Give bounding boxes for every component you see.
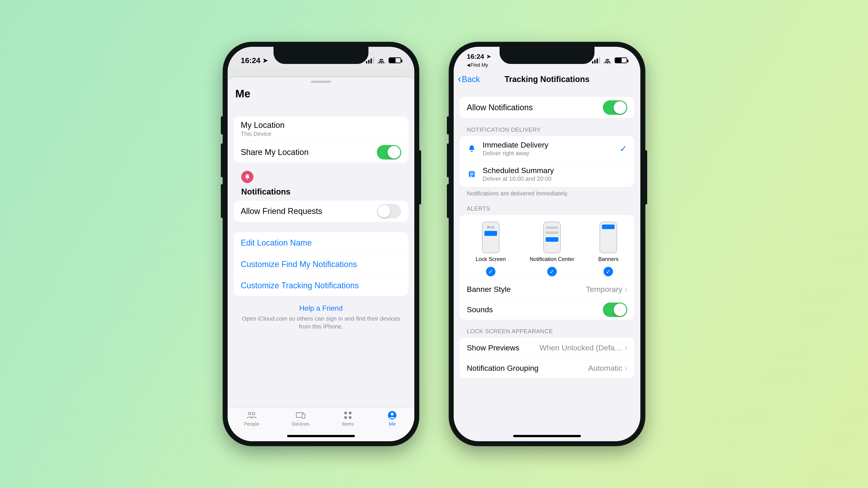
svg-point-7 xyxy=(349,416,352,419)
breadcrumb-back-icon: ◀ xyxy=(467,63,470,68)
alerts-header: ALERTS xyxy=(454,197,640,215)
notch xyxy=(274,47,368,64)
svg-point-4 xyxy=(344,412,347,415)
alert-notification-center[interactable]: Notification Center ✓ xyxy=(530,222,574,276)
show-previews-value: When Unlocked (Defa… xyxy=(539,344,622,352)
immediate-delivery-row[interactable]: Immediate Delivery Deliver right away ✓ xyxy=(460,136,634,161)
customize-tracking-link[interactable]: Customize Tracking Notifications xyxy=(234,275,408,296)
friend-requests-group: Allow Friend Requests xyxy=(234,201,408,222)
customize-findmy-link[interactable]: Customize Find My Notifications xyxy=(234,254,408,275)
notch xyxy=(500,47,594,64)
lockscreen-preview-icon: 09:41 xyxy=(482,222,500,253)
notifications-section-label: Notifications xyxy=(228,183,414,197)
chevron-right-icon: › xyxy=(625,343,627,352)
sounds-toggle[interactable] xyxy=(603,302,627,317)
share-location-label: Share My Location xyxy=(241,148,309,157)
notifications-icon xyxy=(241,171,253,183)
share-location-row: Share My Location xyxy=(234,141,408,163)
immediate-title: Immediate Delivery xyxy=(483,140,548,149)
items-icon xyxy=(342,411,354,420)
tab-devices[interactable]: Devices xyxy=(292,411,309,427)
tab-items[interactable]: Items xyxy=(342,411,354,427)
sounds-row: Sounds xyxy=(460,299,634,320)
allow-friend-requests-row: Allow Friend Requests xyxy=(234,201,408,222)
battery-icon xyxy=(615,57,627,63)
alerts-group: 09:41 Lock Screen ✓ Notification Center … xyxy=(460,215,634,320)
cellular-icon xyxy=(592,57,600,64)
svg-rect-13 xyxy=(470,176,472,177)
my-location-device: This Device xyxy=(241,130,285,137)
chevron-right-icon: › xyxy=(625,285,627,294)
delivery-header: NOTIFICATION DELIVERY xyxy=(454,118,640,136)
cellular-icon xyxy=(366,57,374,64)
breadcrumb-findmy[interactable]: ◀ Find My xyxy=(467,62,488,68)
home-indicator[interactable] xyxy=(287,435,355,437)
help-friend-link[interactable]: Help a Friend xyxy=(299,304,343,312)
footer: Help a Friend Open iCloud.com so others … xyxy=(228,296,414,333)
summary-sub: Deliver at 10:00 and 20:00 xyxy=(483,175,554,182)
check-circle-icon: ✓ xyxy=(547,267,557,276)
devices-icon xyxy=(295,411,307,420)
links-group: Edit Location Name Customize Find My Not… xyxy=(234,232,408,296)
check-circle-icon: ✓ xyxy=(603,267,613,276)
notification-center-preview-icon xyxy=(543,222,561,253)
location-arrow-icon: ➤ xyxy=(263,57,268,64)
summary-icon xyxy=(467,169,477,179)
allow-notifications-toggle[interactable] xyxy=(603,100,627,115)
allow-notifications-label: Allow Notifications xyxy=(467,103,533,112)
phone-findmy: 16:24 ➤ Me My Location This Device xyxy=(223,42,419,446)
summary-title: Scheduled Summary xyxy=(483,166,554,175)
page-title: Tracking Notifications xyxy=(504,74,590,84)
allow-group: Allow Notifications xyxy=(460,97,634,118)
me-sheet: Me My Location This Device Share My Loca… xyxy=(228,77,414,441)
home-indicator[interactable] xyxy=(513,435,581,437)
sheet-grabber[interactable] xyxy=(311,80,331,83)
svg-point-1 xyxy=(252,412,255,415)
immediate-sub: Deliver right away xyxy=(483,150,548,157)
show-previews-label: Show Previews xyxy=(467,344,519,352)
wifi-icon xyxy=(377,57,385,63)
share-location-toggle[interactable] xyxy=(377,145,401,160)
banners-preview-icon xyxy=(599,222,617,253)
svg-point-9 xyxy=(391,413,394,416)
svg-point-5 xyxy=(349,412,352,415)
banner-style-value: Temporary xyxy=(586,285,622,294)
back-button[interactable]: ‹ Back xyxy=(458,74,480,84)
page-title: Me xyxy=(228,83,414,106)
allow-friend-requests-label: Allow Friend Requests xyxy=(241,206,322,216)
tab-me[interactable]: Me xyxy=(386,411,398,427)
phone-settings: 16:24 ➤ ◀ Find My ‹ Back Tracking Notifi… xyxy=(449,42,645,446)
allow-friend-requests-toggle[interactable] xyxy=(377,204,401,219)
show-previews-row[interactable]: Show Previews When Unlocked (Defa… › xyxy=(460,337,634,358)
tab-people[interactable]: People xyxy=(244,411,259,427)
scheduled-summary-row[interactable]: Scheduled Summary Deliver at 10:00 and 2… xyxy=(460,161,634,187)
svg-point-0 xyxy=(248,412,251,415)
sounds-label: Sounds xyxy=(467,305,493,314)
checkmark-icon: ✓ xyxy=(620,143,627,154)
notification-grouping-value: Automatic xyxy=(588,364,622,372)
check-circle-icon: ✓ xyxy=(486,267,495,276)
lock-appearance-header: LOCK SCREEN APPEARANCE xyxy=(454,320,640,337)
help-friend-desc: Open iCloud.com so others can sign in an… xyxy=(241,315,401,330)
location-group: My Location This Device Share My Locatio… xyxy=(234,116,408,163)
notification-grouping-row[interactable]: Notification Grouping Automatic › xyxy=(460,358,634,378)
status-time: 16:24 xyxy=(241,56,260,65)
notification-grouping-label: Notification Grouping xyxy=(467,364,539,372)
delivery-group: Immediate Delivery Deliver right away ✓ … xyxy=(460,136,634,187)
banner-style-row[interactable]: Banner Style Temporary › xyxy=(460,279,634,299)
my-location-row[interactable]: My Location This Device xyxy=(234,116,408,141)
banner-style-label: Banner Style xyxy=(467,285,511,294)
alert-banners[interactable]: Banners ✓ xyxy=(598,222,618,276)
nav-bar: ‹ Back Tracking Notifications xyxy=(454,68,640,90)
allow-notifications-row: Allow Notifications xyxy=(460,97,634,118)
svg-rect-11 xyxy=(470,173,474,173)
edit-location-name-link[interactable]: Edit Location Name xyxy=(234,232,408,254)
battery-icon xyxy=(389,57,401,63)
alert-lockscreen[interactable]: 09:41 Lock Screen ✓ xyxy=(475,222,506,276)
chevron-right-icon: › xyxy=(625,363,627,373)
bell-icon xyxy=(467,144,477,154)
people-icon xyxy=(246,411,257,420)
wifi-icon xyxy=(603,57,612,63)
my-location-label: My Location xyxy=(241,121,285,130)
svg-rect-12 xyxy=(470,174,474,175)
